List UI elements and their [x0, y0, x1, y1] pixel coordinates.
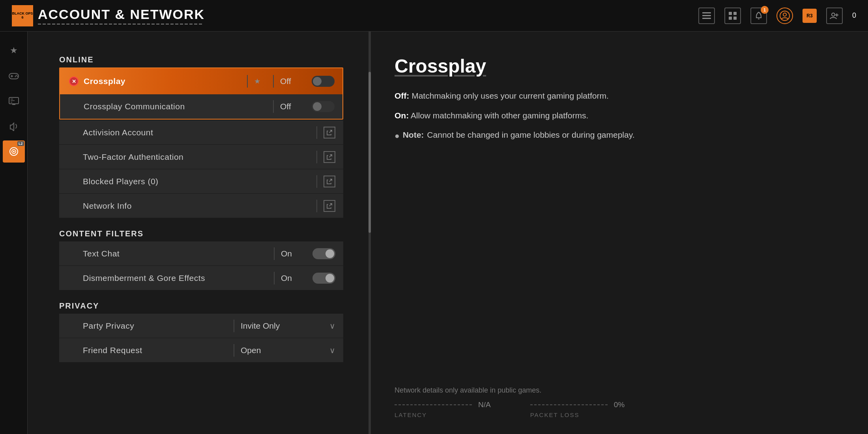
sidebar-item-favorites[interactable]: ★: [3, 39, 25, 62]
latency-bar: [395, 404, 473, 405]
svg-rect-4: [733, 12, 737, 15]
divider6: [316, 175, 317, 188]
privacy-section: PRIVACY Party Privacy Invite Only ∨ Frie…: [59, 301, 343, 363]
toggle-knob: [313, 77, 322, 86]
audio-icon: [9, 122, 19, 131]
sidebar-item-controller[interactable]: [3, 65, 25, 87]
packet-loss-bar-row: 0%: [530, 400, 625, 409]
two-factor-name: Two-Factor Authentication: [83, 152, 310, 162]
crossplay-comm-name: Crossplay Communication: [84, 102, 267, 111]
activision-external-link-icon[interactable]: [324, 127, 335, 138]
svg-rect-6: [733, 17, 737, 20]
online-section-label: ONLINE: [59, 55, 343, 64]
divider4: [316, 126, 317, 139]
network-info-external-link-icon[interactable]: [324, 200, 335, 212]
profile-icon[interactable]: [776, 7, 793, 24]
toggle-knob3: [326, 249, 334, 258]
latency-stat: N/A LATENCY: [395, 400, 491, 418]
crossplay-value: Off: [280, 77, 312, 86]
info-note: ● Note: Cannot be changed in game lobbie…: [395, 128, 844, 143]
title-underline: [38, 24, 204, 24]
friend-request-dropdown[interactable]: Open ∨: [241, 346, 335, 355]
display-icon: [8, 97, 19, 105]
sidebar-item-audio[interactable]: [3, 115, 25, 137]
crossplay-row[interactable]: ✕ Crossplay ★ Off: [60, 68, 342, 94]
divider9: [274, 272, 275, 284]
svg-rect-1: [702, 15, 711, 16]
friend-request-value: Open: [241, 346, 325, 355]
party-privacy-arrow: ∨: [329, 321, 335, 331]
logo-box: BLACK OPS 6: [12, 5, 33, 26]
header-actions: 1 R3 0: [698, 7, 856, 24]
network-stats: N/A LATENCY 0% PACKET LOSS: [395, 400, 625, 418]
latency-label: LATENCY: [395, 412, 491, 418]
text-chat-name: Text Chat: [83, 249, 268, 258]
notification-icon[interactable]: 1: [750, 7, 767, 24]
toggle-knob2: [313, 102, 322, 111]
network-sub-badge: L2: [17, 141, 24, 146]
blocked-players-external-link-icon[interactable]: [324, 176, 335, 187]
info-on-desc: On: Allow matchmaking with other gaming …: [395, 108, 844, 123]
svg-point-10: [832, 13, 835, 16]
note-text: Cannot be changed in game lobbies or dur…: [427, 128, 634, 142]
packet-loss-bar: [530, 404, 609, 405]
blocked-players-row[interactable]: Blocked Players (0): [59, 169, 343, 194]
page-title: ACCOUNT & NETWORK: [38, 7, 205, 22]
text-chat-toggle[interactable]: [312, 248, 335, 259]
dismemberment-value: On: [281, 273, 312, 283]
friend-request-name: Friend Request: [83, 346, 227, 355]
two-factor-external-link-icon[interactable]: [324, 151, 335, 163]
dismemberment-toggle[interactable]: [312, 273, 335, 284]
toggle-knob4: [326, 274, 334, 282]
party-privacy-dropdown[interactable]: Invite Only ∨: [241, 321, 335, 331]
bullet-icon: ●: [395, 129, 400, 143]
party-privacy-name: Party Privacy: [83, 321, 227, 331]
friend-request-row[interactable]: Friend Request Open ∨: [59, 338, 343, 363]
text-chat-value: On: [281, 249, 312, 258]
crossplay-toggle[interactable]: [312, 76, 335, 87]
selected-group: ✕ Crossplay ★ Off Crossplay Communicatio…: [59, 67, 343, 120]
network-note: Network details only available in public…: [395, 386, 541, 395]
online-section: ONLINE ✕ Crossplay ★ Off: [59, 55, 343, 218]
privacy-section-label: PRIVACY: [59, 301, 343, 311]
settings-panel: ONLINE ✕ Crossplay ★ Off: [28, 32, 371, 434]
sidebar-item-display[interactable]: [3, 90, 25, 112]
main-content: ONLINE ✕ Crossplay ★ Off: [28, 32, 868, 434]
svg-rect-2: [702, 18, 711, 19]
dismemberment-row[interactable]: Dismemberment & Gore Effects On: [59, 266, 343, 290]
activision-account-row[interactable]: Activision Account: [59, 120, 343, 145]
crossplay-comm-toggle[interactable]: [312, 101, 335, 112]
sidebar-item-network[interactable]: L2: [3, 140, 25, 163]
text-chat-row[interactable]: Text Chat On: [59, 241, 343, 266]
off-desc-text: Matchmaking only uses your current gamin…: [412, 91, 609, 100]
menu-icon[interactable]: [698, 7, 715, 24]
network-info-name: Network Info: [83, 201, 310, 211]
crossplay-name: Crossplay: [84, 77, 241, 86]
party-privacy-row[interactable]: Party Privacy Invite Only ∨: [59, 314, 343, 338]
network-info-row[interactable]: Network Info: [59, 194, 343, 218]
svg-point-18: [13, 151, 15, 152]
controller-icon: [8, 71, 19, 80]
packet-loss-stat: 0% PACKET LOSS: [530, 400, 625, 418]
content-filters-section: CONTENT FILTERS Text Chat On Dismemberme…: [59, 229, 343, 290]
svg-point-14: [15, 76, 16, 77]
party-privacy-value: Invite Only: [241, 321, 325, 331]
player-count: 0: [852, 11, 856, 20]
friends-icon[interactable]: [826, 7, 843, 24]
divider8: [274, 247, 275, 260]
two-factor-row[interactable]: Two-Factor Authentication: [59, 145, 343, 169]
svg-rect-0: [702, 12, 711, 13]
info-title: Crossplay: [395, 55, 844, 77]
grid-icon[interactable]: [724, 7, 741, 24]
svg-point-12: [15, 75, 17, 76]
crossplay-x-icon: ✕: [69, 77, 79, 86]
divider7: [316, 200, 317, 212]
player-badge: R3: [803, 9, 817, 23]
dismemberment-name: Dismemberment & Gore Effects: [83, 273, 268, 283]
svg-rect-7: [758, 19, 760, 19]
network-icon: [9, 146, 19, 157]
crossplay-comm-row[interactable]: Crossplay Communication Off: [60, 94, 342, 119]
divider3: [273, 100, 274, 113]
star-icon: ★: [254, 77, 260, 86]
sidebar: ★ L2: [0, 32, 28, 434]
